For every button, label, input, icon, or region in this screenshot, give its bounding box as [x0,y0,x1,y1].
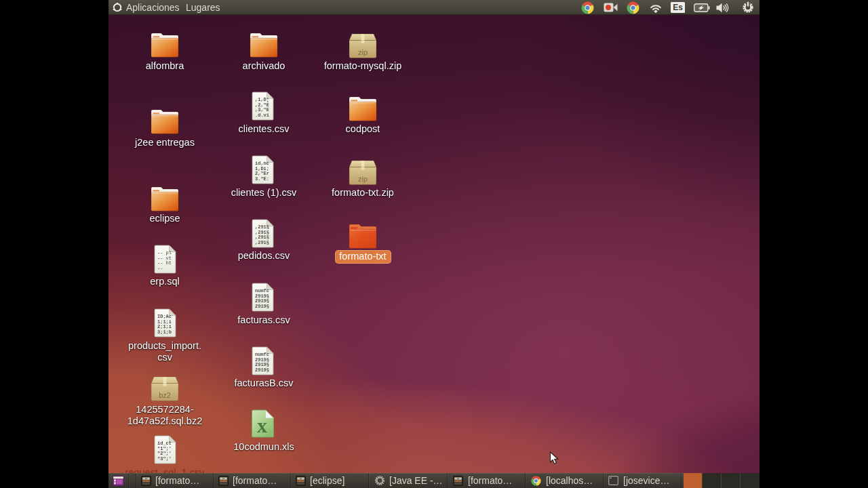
svg-text:2919§: 2919§ [255,367,269,372]
svg-text:"3";': "3";' [157,456,172,462]
svg-text:zip: zip [358,48,368,56]
svg-text:,291§: ,291§ [255,240,269,245]
svg-text:.d.vi: .d.vi [255,113,269,118]
svg-text:bz2: bz2 [159,391,171,399]
svg-text:3;1;b: 3;1;b [157,329,172,335]
svg-text:2919§: 2919§ [255,303,269,308]
svg-text:zip: zip [358,175,368,183]
svg-text:--: -- [157,266,163,271]
svg-text:x: x [257,414,267,436]
svg-text:3."E:: 3."E: [255,176,269,182]
